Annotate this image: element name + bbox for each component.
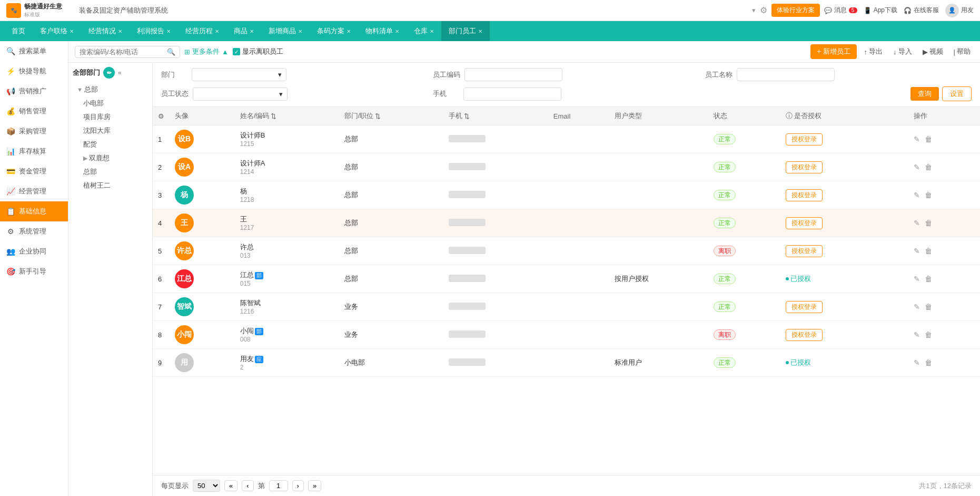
delete-btn[interactable]: 🗑 — [925, 135, 932, 143]
try-btn[interactable]: 体验行业方案 — [771, 4, 820, 17]
delete-btn[interactable]: 🗑 — [925, 303, 932, 311]
close-icon[interactable]: ✕ — [430, 28, 434, 34]
app-btn[interactable]: 📱 App下载 — [864, 6, 897, 15]
edit-btn[interactable]: ✎ — [914, 275, 920, 283]
auth-login-button[interactable]: 授权登录 — [786, 161, 823, 173]
delete-btn[interactable]: 🗑 — [925, 191, 932, 199]
edit-btn[interactable]: ✎ — [914, 330, 920, 339]
more-conditions-btn[interactable]: ⊞ 更多条件 ▲ — [184, 47, 229, 56]
help-btn[interactable]: | 帮助 — [951, 45, 974, 59]
edit-btn[interactable]: ✎ — [914, 247, 920, 255]
emp-name-input[interactable] — [737, 68, 835, 81]
close-icon[interactable]: ✕ — [250, 28, 254, 34]
user-btn[interactable]: 👤 用友 — [945, 4, 974, 17]
edit-btn[interactable]: ✎ — [914, 135, 920, 143]
close-icon[interactable]: ✕ — [215, 28, 219, 34]
dept-node-shenyang[interactable]: 沈阳大库 — [73, 124, 148, 138]
close-icon[interactable]: ✕ — [478, 28, 482, 34]
th-phone[interactable]: 手机 ⇅ — [443, 107, 548, 125]
dept-node-root[interactable]: ▼总部 — [73, 83, 148, 96]
phone-input[interactable] — [463, 87, 561, 101]
dept-collapse-btn[interactable]: « — [118, 69, 122, 76]
dept-node-xiaodian[interactable]: 小电部 — [73, 96, 148, 110]
per-page-select[interactable]: 50 100 — [193, 480, 220, 492]
show-resigned-wrap[interactable]: ✓ 显示离职员工 — [233, 47, 283, 56]
nav-barcode[interactable]: 条码方案 ✕ — [310, 21, 358, 41]
nav-profit[interactable]: 利润报告 ✕ — [130, 21, 178, 41]
delete-btn[interactable]: 🗑 — [925, 247, 932, 255]
nav-history[interactable]: 经营历程 ✕ — [178, 21, 226, 41]
auth-login-button[interactable]: 授权登录 — [786, 329, 823, 341]
close-icon[interactable]: ✕ — [118, 28, 122, 34]
edit-btn[interactable]: ✎ — [914, 303, 920, 311]
sidebar-item-sales[interactable]: 💰 销售管理 — [0, 101, 68, 121]
dept-node-delivery[interactable]: 配货 — [73, 138, 148, 151]
th-settings[interactable]: ⚙ — [153, 107, 170, 125]
sidebar-item-nav[interactable]: ⚡ 快捷导航 — [0, 61, 68, 81]
export-btn[interactable]: ↑ 导出 — [861, 45, 886, 59]
page-input[interactable] — [269, 480, 288, 491]
first-page-btn[interactable]: « — [224, 480, 237, 491]
emp-status-select[interactable]: ▾ — [193, 87, 288, 101]
th-dept[interactable]: 部门/职位 ⇅ — [339, 107, 443, 125]
search-input[interactable] — [80, 48, 165, 56]
nav-customer[interactable]: 客户联络 ✕ — [33, 21, 81, 41]
nav-goods[interactable]: 商品 ✕ — [226, 21, 261, 41]
nav-bom[interactable]: 物料清单 ✕ — [358, 21, 407, 41]
prev-page-btn[interactable]: ‹ — [242, 480, 253, 491]
sidebar-item-system[interactable]: ⚙ 系统管理 — [0, 221, 68, 241]
sidebar-item-guide[interactable]: 🎯 新手引导 — [0, 261, 68, 281]
sidebar-item-basic[interactable]: 📋 基础信息 — [0, 201, 68, 221]
delete-btn[interactable]: 🗑 — [925, 163, 932, 171]
last-page-btn[interactable]: » — [308, 480, 321, 491]
dept-edit-btn[interactable]: ✏ — [103, 67, 115, 79]
sidebar-item-collab[interactable]: 👥 企业协同 — [0, 241, 68, 261]
delete-btn[interactable]: 🗑 — [925, 219, 932, 227]
edit-btn[interactable]: ✎ — [914, 163, 920, 171]
msg-btn[interactable]: 💬 消息 5 — [824, 6, 857, 15]
next-page-btn[interactable]: › — [292, 480, 304, 491]
delete-btn[interactable]: 🗑 — [925, 330, 932, 339]
nav-home[interactable]: 首页 — [4, 21, 33, 41]
edit-btn[interactable]: ✎ — [914, 358, 920, 367]
close-icon[interactable]: ✕ — [166, 28, 171, 34]
close-icon[interactable]: ✕ — [298, 28, 302, 34]
delete-btn[interactable]: 🗑 — [925, 275, 932, 283]
reset-button[interactable]: 设置 — [942, 86, 972, 101]
auth-login-button[interactable]: 授权登录 — [786, 301, 823, 313]
service-btn[interactable]: 🎧 在线客服 — [904, 6, 939, 15]
dept-node-zhishu[interactable]: 植树王二 — [73, 179, 148, 192]
import-btn[interactable]: ↓ 导入 — [890, 45, 915, 59]
auth-login-button[interactable]: 授权登录 — [786, 133, 823, 145]
close-icon[interactable]: ✕ — [70, 28, 74, 34]
sidebar-item-marketing[interactable]: 📢 营销推广 — [0, 81, 68, 101]
auth-login-button[interactable]: 授权登录 — [786, 245, 823, 257]
view-btn[interactable]: ▶ 视频 — [919, 45, 946, 59]
sidebar-item-finance[interactable]: 💳 资金管理 — [0, 161, 68, 181]
th-name[interactable]: 姓名/编码 ⇅ — [235, 107, 339, 125]
dept-filter-select[interactable]: ▾ — [192, 68, 286, 81]
add-employee-button[interactable]: + 新增员工 — [810, 44, 856, 59]
close-icon[interactable]: ✕ — [347, 28, 351, 34]
nav-dept-employee[interactable]: 部门员工 ✕ — [441, 21, 490, 41]
nav-operation[interactable]: 经营情况 ✕ — [81, 21, 130, 41]
auth-login-button[interactable]: 授权登录 — [786, 217, 823, 229]
dropdown-arrow-icon[interactable]: ▾ — [752, 6, 756, 14]
auth-login-button[interactable]: 授权登录 — [786, 189, 823, 201]
close-icon[interactable]: ✕ — [395, 28, 399, 34]
sidebar-item-biz[interactable]: 📈 经营管理 — [0, 181, 68, 201]
sidebar-item-inventory[interactable]: 📊 库存核算 — [0, 141, 68, 161]
nav-new-goods[interactable]: 新增商品 ✕ — [261, 21, 310, 41]
query-button[interactable]: 查询 — [910, 87, 939, 101]
emp-code-input[interactable] — [464, 68, 562, 81]
settings-icon[interactable]: ⚙ — [760, 5, 767, 15]
sidebar-item-search[interactable]: 🔍 搜索菜单 — [0, 41, 68, 61]
dept-node-project[interactable]: 项目库房 — [73, 110, 148, 124]
sidebar-item-purchase[interactable]: 📦 采购管理 — [0, 121, 68, 141]
edit-btn[interactable]: ✎ — [914, 219, 920, 227]
show-resigned-checkbox[interactable]: ✓ — [233, 48, 240, 55]
delete-btn[interactable]: 🗑 — [925, 358, 932, 367]
dept-node-shuanglu[interactable]: ▶双鹿想 — [73, 151, 148, 165]
dept-node-zongbu[interactable]: 总部 — [73, 165, 148, 179]
search-wrap[interactable]: 🔍 — [75, 46, 180, 58]
